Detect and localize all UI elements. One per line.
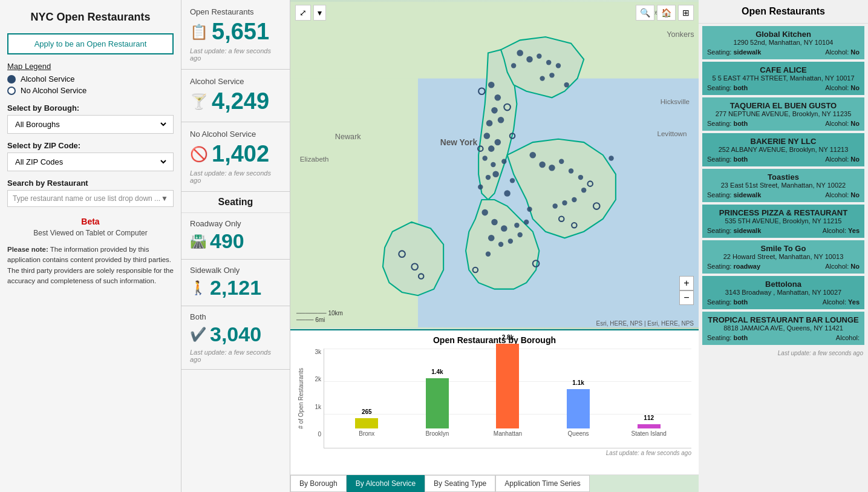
apply-button[interactable]: Apply to be an Open Restaurant [7, 33, 174, 54]
beta-subtitle: Best Viewed on Tablet or Computer [7, 229, 174, 237]
alcohol-service-stat: Alcohol Service 🍸 4,249 [181, 70, 290, 122]
svg-point-47 [524, 220, 529, 225]
svg-text:Levittown: Levittown [657, 130, 687, 137]
restaurant-meta: Seating: both Alcohol: No [707, 156, 860, 163]
svg-point-62 [504, 190, 511, 197]
beta-label: Beta [7, 217, 174, 226]
restaurant-card[interactable]: Global Kitchen 1290 52nd, Manhattan, NY … [702, 26, 864, 59]
svg-point-45 [517, 232, 522, 237]
sidewalk-only-stat: Sidewalk Only 🚶 2,121 [181, 260, 290, 306]
tab-by-alcohol-service[interactable]: By Alcohol Service [347, 475, 425, 492]
both-stat: Both ✔️ 3,040 Last update: a few seconds… [181, 306, 290, 370]
map-attribution: Esri, HERE, NPS | Esri, HERE, NPS [596, 320, 694, 327]
left-panel: NYC Open Restaurants Apply to be an Open… [0, 0, 181, 492]
cocktail-icon: 🍸 [190, 93, 208, 110]
svg-point-16 [501, 159, 506, 164]
no-drink-icon: 🚫 [190, 146, 208, 163]
restaurant-card[interactable]: TAQUERIA EL BUEN GUSTO 277 NEPTUNE AVENU… [702, 97, 864, 131]
svg-point-20 [486, 175, 491, 180]
restaurant-address: 8818 JAMAICA AVE, Queens, NY 11421 [707, 324, 860, 332]
note-label: Please note: [7, 246, 48, 253]
walk-icon: 🚶 [190, 280, 206, 296]
map-toolbar: ⤢ ▾ [295, 5, 326, 21]
svg-point-23 [549, 165, 555, 171]
both-value: ✔️ 3,040 [190, 323, 281, 346]
svg-point-8 [488, 82, 495, 88]
zip-select[interactable]: All ZIP Codes [13, 157, 168, 167]
roadway-only-stat: Roadway Only 🛣️ 490 [181, 213, 290, 260]
svg-point-10 [491, 107, 498, 114]
restaurant-card[interactable]: Toasties 23 East 51st Street, Manhattan,… [702, 169, 864, 202]
restaurant-meta: Seating: sidewalk Alcohol: Yes [707, 227, 860, 234]
select-zip-label: Select by ZIP Code: [7, 141, 174, 150]
restaurant-address: 22 Howard Street, Manhattan, NY 10013 [707, 253, 860, 260]
zip-dropdown[interactable]: All ZIP Codes [7, 153, 174, 171]
svg-point-12 [498, 117, 504, 123]
zoom-in-button[interactable]: + [679, 276, 694, 290]
svg-point-40 [501, 225, 507, 232]
restaurant-name: BAKERIE NY LLC [707, 137, 860, 146]
restaurant-meta: Seating: both Alcohol: [707, 334, 860, 341]
svg-point-32 [526, 56, 533, 63]
borough-dropdown[interactable]: All Boroughs [7, 115, 174, 134]
road-icon: 🛣️ [190, 234, 206, 249]
svg-point-28 [572, 197, 576, 202]
restaurant-card[interactable]: Bettolona 3143 Broadway , Manhattan, NY … [702, 276, 864, 309]
svg-point-25 [569, 168, 573, 173]
svg-point-41 [488, 235, 495, 241]
map-dropdown-button[interactable]: ▾ [313, 5, 326, 21]
svg-point-14 [495, 139, 501, 146]
restaurant-name: TROPICAL RESTAURANT BAR LOUNGE [707, 315, 860, 324]
legend-alcohol-label: Alcohol Service [21, 74, 75, 84]
search-dropdown-icon: ▼ [161, 194, 168, 203]
map-search-button[interactable]: 🔍 [636, 5, 654, 21]
map-layers-button[interactable]: ⊞ [678, 5, 694, 21]
restaurant-address: 535 5TH AVENUE, Brooklyn, NY 11215 [707, 217, 860, 225]
search-label: Search by Restaurant [7, 179, 174, 188]
svg-point-26 [578, 175, 583, 180]
restaurant-name: CAFE ALICE [707, 65, 860, 74]
map-home-button[interactable]: 🏠 [657, 5, 676, 21]
alcohol-info: Alcohol: No [825, 48, 860, 56]
restaurant-meta: Seating: both Alcohol: No [707, 84, 860, 91]
map-zoom-controls: + − [679, 276, 694, 305]
right-last-update: Last update: a few seconds ago [699, 347, 868, 359]
tab-application-time-series[interactable]: Application Time Series [495, 475, 589, 492]
alcohol-info: Alcohol: No [825, 120, 860, 127]
svg-point-46 [514, 223, 519, 228]
restaurant-card[interactable]: CAFE ALICE 5 5 EAST 47TH STREET, Manhatt… [702, 62, 864, 95]
no-alcohol-label: No Alcohol Service [190, 130, 281, 139]
svg-point-29 [562, 200, 567, 205]
svg-point-31 [517, 50, 523, 56]
seating-info: Seating: both [707, 298, 748, 306]
svg-point-11 [486, 120, 493, 126]
borough-select[interactable]: All Boroughs [13, 119, 168, 130]
restaurant-card[interactable]: BAKERIE NY LLC 252 ALBANY AVENUE, Brookl… [702, 133, 864, 166]
seating-info: Seating: sidewalk [707, 227, 761, 234]
sidewalk-label: Sidewalk Only [190, 266, 281, 275]
select-borough-label: Select by Borough: [7, 103, 174, 113]
seating-info: Seating: roadway [707, 263, 760, 270]
svg-text:New York: New York [440, 138, 478, 147]
zoom-out-button[interactable]: − [679, 290, 694, 305]
both-label: Both [190, 312, 281, 321]
svg-point-30 [552, 203, 557, 208]
svg-text:Elizabeth: Elizabeth [300, 155, 329, 163]
search-input-wrapper[interactable]: Type restaurant name or use list drop do… [7, 190, 174, 207]
restaurant-card[interactable]: PRINCESS PIZZA & RESTAURANT 535 5TH AVEN… [702, 205, 864, 238]
restaurant-card[interactable]: Smile To Go 22 Howard Street, Manhattan,… [702, 240, 864, 274]
tab-by-borough[interactable]: By Borough [290, 475, 347, 492]
app-title: NYC Open Restaurants [7, 6, 174, 28]
svg-point-19 [492, 171, 499, 178]
svg-point-64 [511, 63, 516, 68]
both-icon: ✔️ [190, 327, 206, 343]
svg-point-61 [478, 185, 483, 189]
map-container[interactable]: Yonkers Paterson Hicksville Levittown El… [290, 0, 699, 329]
map-expand-button[interactable]: ⤢ [295, 5, 311, 21]
chart-tabs: By Borough By Alcohol Service By Seating… [290, 474, 699, 492]
tab-by-seating-type[interactable]: By Seating Type [425, 475, 495, 492]
restaurant-card[interactable]: TROPICAL RESTAURANT BAR LOUNGE 8818 JAMA… [702, 312, 864, 345]
svg-point-37 [540, 76, 544, 80]
seating-info: Seating: sidewalk [707, 191, 761, 198]
restaurant-meta: Seating: sidewalk Alcohol: No [707, 191, 860, 198]
